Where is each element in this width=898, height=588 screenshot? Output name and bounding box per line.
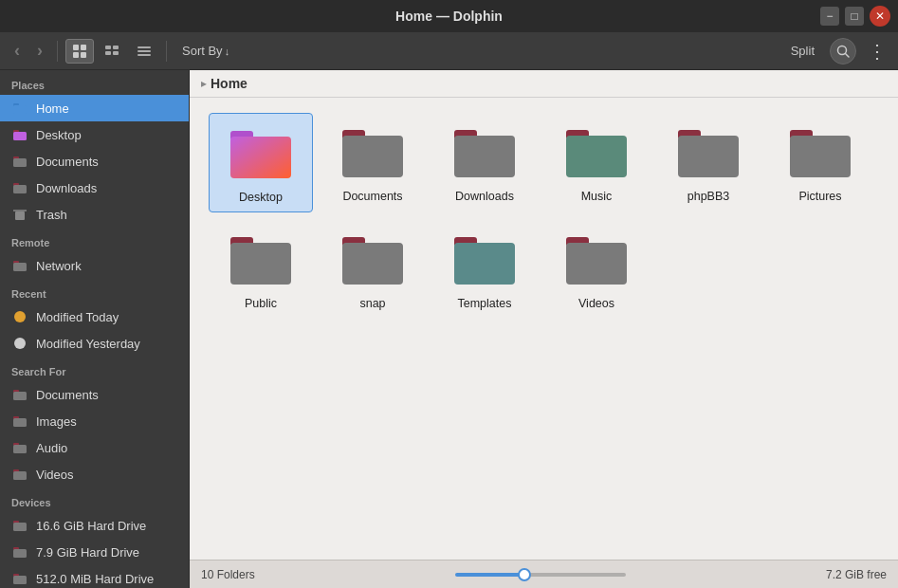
svg-rect-45 <box>342 136 403 177</box>
window-controls: − □ ✕ <box>820 6 890 27</box>
file-item-music[interactable]: ♪Music <box>544 113 649 212</box>
modified-yesterday-label: Modified Yesterday <box>36 337 140 351</box>
sidebar-item-search-audio[interactable]: Audio <box>0 434 189 461</box>
pictures-folder-icon: 🏔 <box>786 120 854 184</box>
recent-items: Modified TodayModified Yesterday <box>0 303 189 357</box>
sidebar-item-desktop[interactable]: Desktop <box>0 121 189 148</box>
templates-folder-icon <box>450 228 519 291</box>
phpbb3-folder-icon <box>674 120 742 184</box>
device-512mib-label: 512.0 MiB Hard Drive <box>36 572 154 586</box>
file-item-public[interactable]: Public <box>209 220 313 318</box>
breadcrumb-bar: ▸ Home <box>190 70 898 98</box>
file-item-videos[interactable]: ▶Videos <box>544 220 649 318</box>
sidebar-item-device-512mib[interactable]: 512.0 MiB Hard Drive <box>0 565 189 588</box>
remote-items: Network <box>0 252 189 279</box>
sidebar-item-search-documents[interactable]: Documents <box>0 381 189 408</box>
sidebar-item-device-16gib[interactable]: 16.6 GiB Hard Drive <box>0 512 189 539</box>
split-button[interactable]: Split <box>783 40 822 62</box>
recent-section-label: Recent <box>0 279 189 303</box>
toolbar: ‹ › Sort By↓ Split <box>0 32 898 70</box>
downloads-label: Downloads <box>455 190 514 203</box>
view-compact-button[interactable] <box>98 39 126 64</box>
modified-today-icon <box>11 308 28 325</box>
svg-rect-34 <box>13 471 27 480</box>
network-label: Network <box>36 259 82 273</box>
view-icons-button[interactable] <box>65 39 94 64</box>
status-count: 10 Folders <box>201 568 255 581</box>
search-audio-icon <box>11 439 28 456</box>
documents-label: Documents <box>342 190 402 203</box>
file-item-templates[interactable]: Templates <box>432 220 537 318</box>
svg-rect-10 <box>137 54 151 56</box>
sort-button[interactable]: Sort By↓ <box>174 40 237 62</box>
zoom-slider[interactable] <box>455 573 626 577</box>
trash-icon <box>11 206 28 223</box>
modified-yesterday-icon <box>11 335 28 352</box>
phpbb3-label: phpBB3 <box>687 190 729 203</box>
videos-label: Videos <box>578 297 614 310</box>
public-label: Public <box>245 297 277 310</box>
svg-rect-40 <box>13 576 27 584</box>
statusbar: 10 Folders 7.2 GiB free <box>190 560 898 588</box>
details-view-icon <box>137 44 152 59</box>
breadcrumb-arrow: ▸ <box>201 77 207 90</box>
sidebar-item-trash[interactable]: Trash <box>0 201 189 228</box>
toolbar-separator-2 <box>166 41 167 62</box>
file-item-documents[interactable]: ≡Documents <box>321 113 425 212</box>
hamburger-menu-button[interactable]: ⋮ <box>864 38 890 64</box>
device-7gib-label: 7.9 GiB Hard Drive <box>36 545 139 560</box>
search-videos-icon <box>11 466 28 483</box>
file-item-phpbb3[interactable]: phpBB3 <box>656 113 761 212</box>
search-images-label: Images <box>36 414 77 429</box>
desktop-icon <box>11 126 28 143</box>
templates-label: Templates <box>458 297 512 310</box>
search-images-icon <box>11 413 28 430</box>
sidebar-item-device-7gib[interactable]: 7.9 GiB Hard Drive <box>0 539 189 565</box>
back-button[interactable]: ‹ <box>8 38 27 64</box>
svg-rect-32 <box>13 445 27 453</box>
svg-rect-65 <box>566 243 627 285</box>
close-button[interactable]: ✕ <box>870 6 890 27</box>
minimize-button[interactable]: − <box>820 7 839 26</box>
downloads-folder-icon: ⬇ <box>450 120 519 184</box>
videos-folder-icon: ▶ <box>562 228 631 291</box>
sidebar-item-downloads[interactable]: Downloads <box>0 175 189 201</box>
svg-point-26 <box>14 338 26 349</box>
window-title: Home — Dolphin <box>395 9 503 24</box>
snap-label: snap <box>359 297 385 310</box>
svg-rect-3 <box>81 52 86 58</box>
svg-rect-0 <box>73 45 79 50</box>
search-button[interactable] <box>830 38 856 64</box>
titlebar: Home — Dolphin − □ ✕ <box>0 0 898 32</box>
sidebar-item-modified-today[interactable]: Modified Today <box>0 303 189 330</box>
trash-label: Trash <box>36 208 67 222</box>
sidebar-item-network[interactable]: Network <box>0 252 189 279</box>
file-item-downloads[interactable]: ⬇Downloads <box>432 113 537 212</box>
sidebar-item-modified-yesterday[interactable]: Modified Yesterday <box>0 330 189 357</box>
device-16gib-icon <box>11 517 28 534</box>
forward-button[interactable]: › <box>30 38 49 64</box>
svg-rect-38 <box>13 549 27 558</box>
devices-items: 16.6 GiB Hard Drive7.9 GiB Hard Drive512… <box>0 512 189 588</box>
downloads-icon <box>11 179 28 196</box>
sidebar-item-search-images[interactable]: Images <box>0 408 189 434</box>
maximize-button[interactable]: □ <box>845 7 864 26</box>
music-folder-icon: ♪ <box>562 120 631 184</box>
file-item-desktop[interactable]: Desktop <box>209 113 313 212</box>
zoom-slider-area[interactable] <box>255 573 826 577</box>
sidebar-item-home[interactable]: Home <box>0 95 189 121</box>
breadcrumb-home[interactable]: Home <box>211 76 247 91</box>
music-label: Music <box>581 190 613 203</box>
toolbar-right: Split ⋮ <box>783 38 890 64</box>
sidebar-item-documents[interactable]: Documents <box>0 148 189 175</box>
svg-rect-6 <box>105 51 111 55</box>
file-item-snap[interactable]: snap <box>321 220 425 318</box>
sidebar-item-search-videos[interactable]: Videos <box>0 461 189 487</box>
device-16gib-label: 16.6 GiB Hard Drive <box>36 519 146 533</box>
snap-folder-icon <box>339 228 407 291</box>
view-details-button[interactable] <box>130 39 158 64</box>
svg-rect-2 <box>73 52 79 58</box>
file-item-pictures[interactable]: 🏔Pictures <box>768 113 872 212</box>
home-label: Home <box>36 101 69 116</box>
places-section-label: Places <box>0 70 189 95</box>
